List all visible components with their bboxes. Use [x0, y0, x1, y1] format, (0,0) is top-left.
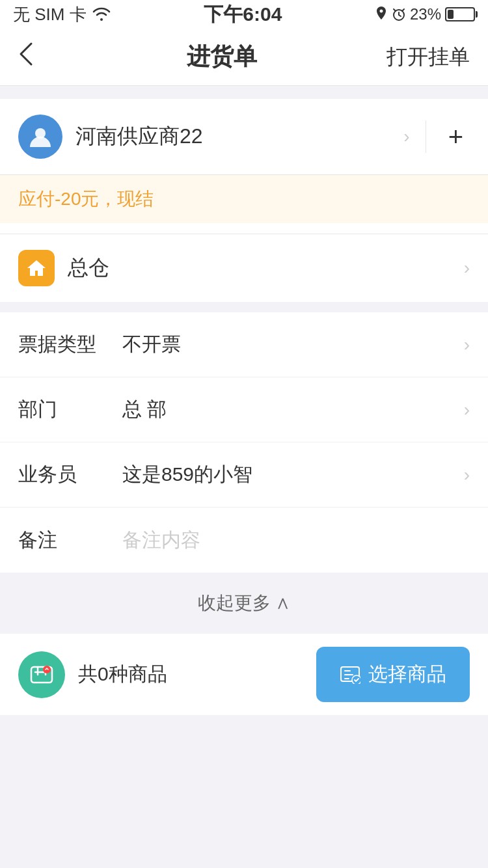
department-chevron-icon: ›	[464, 400, 470, 420]
cart-icon-wrap	[18, 651, 65, 698]
nav-bar: 进货单 打开挂单	[0, 29, 488, 86]
warehouse-name: 总仓	[68, 254, 464, 282]
supplier-card: 河南供应商22 › + 应付-20元，现结 总仓 ›	[0, 99, 488, 302]
open-pending-button[interactable]: 打开挂单	[386, 43, 470, 72]
department-row[interactable]: 部门 总 部 ›	[0, 377, 488, 442]
remark-label: 备注	[18, 527, 122, 554]
home-icon	[26, 258, 47, 278]
select-product-button[interactable]: 选择商品	[316, 647, 470, 702]
gray-background	[0, 715, 488, 868]
page-title: 进货单	[187, 41, 257, 73]
svg-point-5	[352, 675, 360, 684]
collapse-button[interactable]: 收起更多 ∧	[0, 573, 488, 634]
section-gap-1	[0, 86, 488, 99]
supplier-name: 河南供应商22	[75, 122, 403, 151]
user-icon	[27, 124, 53, 150]
vertical-divider	[426, 120, 426, 153]
battery-label: 23%	[410, 5, 441, 23]
department-value: 总 部	[122, 396, 464, 423]
remark-row[interactable]: 备注 备注内容	[0, 508, 488, 573]
warehouse-icon-wrap	[18, 250, 55, 286]
salesperson-label: 业务员	[18, 461, 122, 488]
collapse-label: 收起更多 ∧	[198, 593, 291, 613]
status-left: 无 SIM 卡	[13, 3, 111, 26]
bottom-bar: 共0种商品 选择商品	[0, 634, 488, 715]
department-label: 部门	[18, 396, 122, 423]
invoice-chevron-icon: ›	[464, 334, 470, 355]
battery-icon	[445, 7, 475, 21]
status-time: 下午6:04	[204, 1, 282, 28]
salesperson-chevron-icon: ›	[464, 465, 470, 485]
notice-text: 应付-20元，现结	[18, 189, 154, 209]
supplier-row[interactable]: 河南供应商22 › +	[0, 99, 488, 175]
invoice-value: 不开票	[122, 331, 464, 358]
invoice-type-row[interactable]: 票据类型 不开票 ›	[0, 312, 488, 377]
cart-icon	[29, 662, 55, 688]
remark-input[interactable]: 备注内容	[122, 527, 470, 554]
select-product-label: 选择商品	[368, 661, 446, 688]
notice-bar: 应付-20元，现结	[0, 175, 488, 223]
warehouse-row[interactable]: 总仓 ›	[0, 234, 488, 302]
form-section: 票据类型 不开票 › 部门 总 部 › 业务员 这是859的小智 › 备注 备注…	[0, 312, 488, 573]
chevron-right-icon: ›	[403, 126, 409, 147]
svg-point-3	[43, 666, 51, 673]
salesperson-row[interactable]: 业务员 这是859的小智 ›	[0, 442, 488, 508]
invoice-label: 票据类型	[18, 331, 122, 358]
select-product-icon	[340, 666, 360, 684]
carrier-label: 无 SIM 卡	[13, 3, 87, 26]
supplier-avatar	[18, 115, 62, 159]
salesperson-value: 这是859的小智	[122, 461, 464, 488]
location-icon	[375, 7, 388, 22]
status-bar: 无 SIM 卡 下午6:04 23%	[0, 0, 488, 29]
product-count: 共0种商品	[78, 661, 303, 688]
wifi-icon	[92, 7, 111, 21]
back-button[interactable]	[18, 41, 57, 73]
status-right: 23%	[375, 5, 475, 23]
alarm-icon	[392, 7, 406, 22]
warehouse-chevron-icon: ›	[464, 258, 470, 278]
add-supplier-button[interactable]: +	[442, 122, 470, 152]
